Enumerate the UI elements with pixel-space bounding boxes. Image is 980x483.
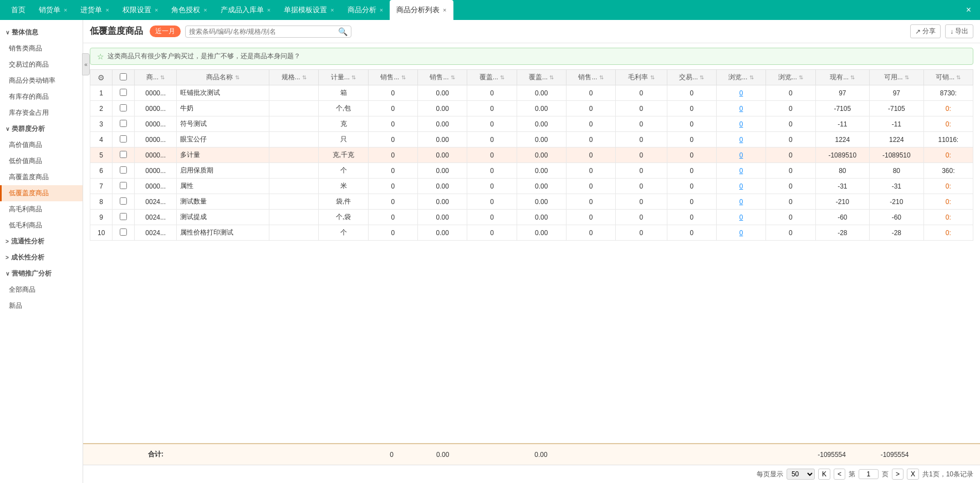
- row-select-checkbox[interactable]: [120, 182, 127, 189]
- row-browse2: 0: [766, 210, 815, 225]
- first-page-button[interactable]: K: [818, 469, 830, 480]
- nav-permission-settings[interactable]: 权限设置 ×: [116, 0, 165, 20]
- sidebar-item-category-sales-rate[interactable]: 商品分类动销率: [0, 73, 83, 89]
- row-cov1: 0: [467, 101, 517, 116]
- export-button[interactable]: ↓ 导出: [945, 24, 973, 38]
- row-cov2: 0.00: [517, 148, 566, 163]
- close-icon[interactable]: ×: [203, 7, 207, 13]
- sidebar-item-new-products[interactable]: 新品: [0, 298, 83, 314]
- row-select-checkbox[interactable]: [120, 89, 127, 96]
- next-page-button[interactable]: >: [892, 469, 904, 480]
- nav-product-analysis[interactable]: 商品分析 ×: [341, 0, 390, 20]
- col-coverage2[interactable]: 覆盖... ⇅: [517, 70, 566, 85]
- close-icon[interactable]: ×: [330, 7, 334, 13]
- sort-icon: ⇅: [351, 74, 356, 80]
- row-browse1[interactable]: 0: [716, 210, 765, 225]
- row-checkbox: [113, 179, 135, 194]
- sidebar-section-marketing[interactable]: ∨ 营销推广分析: [0, 266, 83, 282]
- row-browse1[interactable]: 0: [716, 194, 765, 210]
- close-icon[interactable]: ×: [443, 7, 446, 13]
- row-browse1[interactable]: 0: [716, 132, 765, 148]
- close-icon[interactable]: ×: [105, 7, 109, 13]
- row-browse1[interactable]: 0: [716, 148, 765, 163]
- page-size-select[interactable]: 50 20 100 200: [787, 469, 815, 480]
- col-browse2[interactable]: 浏览... ⇅: [766, 70, 815, 85]
- row-select-checkbox[interactable]: [120, 166, 127, 174]
- last-page-button[interactable]: X: [907, 469, 919, 480]
- col-settings[interactable]: ⚙: [90, 70, 113, 85]
- row-name: 属性: [177, 179, 269, 194]
- col-name[interactable]: 商品名称 ⇅: [177, 70, 269, 85]
- info-banner: ☆ 这类商品只有很少客户购买过，是推广不够，还是商品本身问题？: [90, 48, 973, 65]
- share-button[interactable]: ↗ 分享: [910, 24, 941, 38]
- row-browse1[interactable]: 0: [716, 163, 765, 179]
- sidebar-item-low-coverage[interactable]: 低覆盖度商品: [0, 185, 83, 201]
- col-sales-amt[interactable]: 销售... ⇅: [418, 70, 467, 85]
- nav-product-analysis-list[interactable]: 商品分析列表 ×: [390, 0, 453, 20]
- sort-icon: ⇅: [850, 74, 855, 80]
- sidebar-item-low-margin[interactable]: 低毛利商品: [0, 217, 83, 233]
- col-spec[interactable]: 规格... ⇅: [269, 70, 319, 85]
- nav-home[interactable]: 首页: [4, 0, 32, 20]
- col-current[interactable]: 现有... ⇅: [815, 70, 870, 85]
- col-saleable[interactable]: 可销... ⇅: [923, 70, 973, 85]
- search-input[interactable]: [189, 28, 338, 35]
- sidebar-collapse-button[interactable]: «: [82, 53, 83, 75]
- row-browse1[interactable]: 0: [716, 85, 765, 101]
- row-sales-amt: 0.00: [418, 116, 467, 132]
- nav-purchase-order[interactable]: 进货单 ×: [74, 0, 115, 20]
- col-coverage1[interactable]: 覆盖... ⇅: [467, 70, 517, 85]
- sidebar-item-sales-products[interactable]: 销售类商品: [0, 40, 83, 57]
- col-trans[interactable]: 交易... ⇅: [667, 70, 716, 85]
- row-saleable: 0:: [923, 148, 973, 163]
- row-select-checkbox[interactable]: [120, 197, 127, 205]
- row-browse1[interactable]: 0: [716, 225, 765, 241]
- sidebar-item-stock-capital[interactable]: 库存资金占用: [0, 105, 83, 121]
- col-code[interactable]: 商... ⇅: [135, 70, 177, 85]
- row-select-checkbox[interactable]: [120, 135, 127, 143]
- col-unit[interactable]: 计量... ⇅: [319, 70, 368, 85]
- page-number-input[interactable]: [859, 469, 879, 479]
- col-browse1[interactable]: 浏览... ⇅: [716, 70, 765, 85]
- sidebar-section-cluster[interactable]: ∨ 类群度分析: [0, 121, 83, 137]
- close-icon[interactable]: ×: [64, 7, 67, 13]
- sidebar-item-low-value[interactable]: 低价值商品: [0, 153, 83, 169]
- col-sales-cnt[interactable]: 销售... ⇅: [566, 70, 615, 85]
- row-gross-rate: 0: [616, 210, 667, 225]
- row-available: -60: [870, 210, 924, 225]
- sidebar-item-stock-products[interactable]: 有库存的商品: [0, 89, 83, 105]
- sidebar-section-liquidity[interactable]: > 流通性分析: [0, 233, 83, 250]
- col-gross-rate[interactable]: 毛利率 ⇅: [616, 70, 667, 85]
- window-close-button[interactable]: ×: [962, 5, 976, 15]
- prev-page-button[interactable]: <: [834, 469, 845, 480]
- row-browse1[interactable]: 0: [716, 179, 765, 194]
- sidebar-item-high-value[interactable]: 高价值商品: [0, 137, 83, 153]
- close-icon[interactable]: ×: [155, 7, 158, 13]
- sidebar-item-all-products[interactable]: 全部商品: [0, 282, 83, 298]
- row-select-checkbox[interactable]: [120, 228, 127, 236]
- sidebar-section-growth[interactable]: > 成长性分析: [0, 250, 83, 266]
- col-available[interactable]: 可用... ⇅: [870, 70, 924, 85]
- select-all-checkbox[interactable]: [120, 73, 127, 80]
- row-checkbox: [113, 148, 135, 163]
- sidebar-item-traded-products[interactable]: 交易过的商品: [0, 57, 83, 73]
- row-select-checkbox[interactable]: [120, 104, 127, 111]
- settings-icon[interactable]: ⚙: [98, 73, 105, 82]
- row-browse1[interactable]: 0: [716, 116, 765, 132]
- row-browse1[interactable]: 0: [716, 101, 765, 116]
- sidebar-item-high-margin[interactable]: 高毛利商品: [0, 201, 83, 217]
- nav-production-inbound[interactable]: 产成品入库单 ×: [214, 0, 277, 20]
- close-icon[interactable]: ×: [380, 7, 383, 13]
- close-icon[interactable]: ×: [267, 7, 270, 13]
- nav-role-auth[interactable]: 角色授权 ×: [165, 0, 213, 20]
- col-sales-qty[interactable]: 销售... ⇅: [368, 70, 417, 85]
- row-select-checkbox[interactable]: [120, 151, 127, 158]
- row-select-checkbox[interactable]: [120, 120, 127, 127]
- sidebar-section-overall[interactable]: ∨ 整体信息: [0, 24, 83, 40]
- nav-sales-order[interactable]: 销货单 ×: [32, 0, 74, 20]
- time-tag-button[interactable]: 近一月: [150, 26, 181, 37]
- nav-template-settings[interactable]: 单据模板设置 ×: [277, 0, 340, 20]
- row-sales-cnt: 0: [566, 194, 615, 210]
- row-select-checkbox[interactable]: [120, 213, 127, 220]
- sidebar-item-high-coverage[interactable]: 高覆盖度商品: [0, 169, 83, 185]
